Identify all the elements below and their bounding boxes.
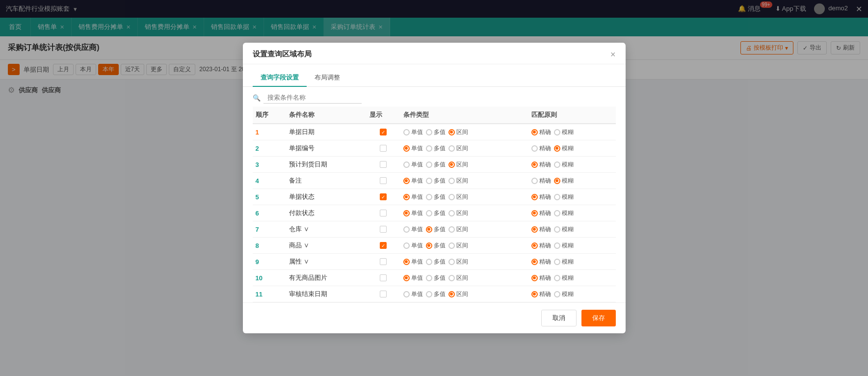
dialog-overlay: 设置查询区域布局 × 查询字段设置 布局调整 🔍 顺序 条件名称 bbox=[0, 0, 868, 105]
dialog-tab-layout[interactable]: 布局调整 bbox=[307, 69, 348, 87]
search-input[interactable] bbox=[263, 92, 362, 104]
search-icon: 🔍 bbox=[253, 94, 261, 102]
dialog-title: 设置查询区域布局 bbox=[253, 50, 312, 59]
dialog-header: 设置查询区域布局 × bbox=[243, 43, 626, 64]
dialog-tabs: 查询字段设置 布局调整 bbox=[243, 64, 626, 87]
dialog-tab-layout-label: 布局调整 bbox=[315, 74, 340, 81]
dialog-close-button[interactable]: × bbox=[610, 50, 616, 59]
dialog-tab-query[interactable]: 查询字段设置 bbox=[253, 69, 307, 87]
settings-dialog: 设置查询区域布局 × 查询字段设置 布局调整 🔍 顺序 条件名称 bbox=[243, 43, 626, 105]
dialog-search-area: 🔍 bbox=[243, 87, 626, 105]
dialog-tab-query-label: 查询字段设置 bbox=[261, 74, 299, 81]
